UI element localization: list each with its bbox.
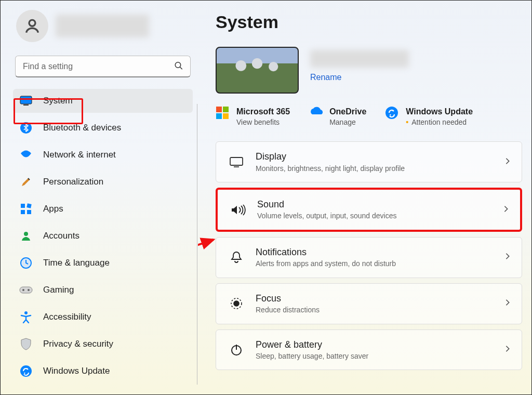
- svg-point-11: [24, 232, 28, 236]
- profile-header[interactable]: [13, 10, 193, 42]
- card-notifications[interactable]: Notifications Alerts from apps and syste…: [216, 237, 522, 278]
- person-icon: [23, 17, 41, 35]
- card-sub: Sleep, battery usage, battery saver: [256, 351, 493, 362]
- svg-rect-19: [223, 107, 229, 112]
- accessibility-icon: [19, 310, 33, 324]
- sidebar-item-label: Apps: [43, 204, 63, 214]
- svg-rect-3: [20, 96, 32, 104]
- svg-rect-13: [20, 287, 32, 293]
- promo-onedrive[interactable]: OneDrive Manage: [309, 106, 366, 127]
- avatar: [16, 10, 48, 42]
- search-input[interactable]: [15, 56, 191, 77]
- sidebar-item-label: Bluetooth & devices: [43, 123, 121, 133]
- sidebar-item-bluetooth[interactable]: Bluetooth & devices: [13, 116, 193, 140]
- promo-title: Microsoft 365: [236, 106, 290, 117]
- card-display[interactable]: Display Monitors, brightness, night ligh…: [216, 141, 522, 182]
- sidebar-item-time-language[interactable]: Time & language: [13, 251, 193, 275]
- promo-microsoft-365[interactable]: Microsoft 365 View benefits: [216, 106, 290, 127]
- sidebar-item-label: Privacy & security: [43, 339, 113, 349]
- sidebar-item-label: System: [43, 96, 73, 106]
- update-icon: [385, 106, 400, 121]
- chevron-right-icon: [504, 157, 511, 167]
- card-title: Display: [256, 150, 493, 163]
- page-title: System: [216, 12, 522, 32]
- promo-title: OneDrive: [329, 106, 366, 117]
- sidebar-item-label: Personalization: [43, 177, 103, 187]
- svg-point-16: [24, 311, 28, 314]
- card-focus[interactable]: Focus Reduce distractions: [216, 283, 522, 324]
- sidebar-nav: System Bluetooth & devices Network & int…: [13, 89, 193, 386]
- accounts-icon: [19, 229, 33, 243]
- bell-icon: [229, 251, 244, 264]
- sidebar-item-label: Accessibility: [43, 312, 91, 322]
- sidebar-item-label: Network & internet: [43, 150, 116, 160]
- shield-icon: [19, 337, 33, 351]
- card-title: Sound: [257, 198, 491, 211]
- promo-windows-update[interactable]: Windows Update Attention needed: [385, 106, 473, 127]
- sidebar-item-privacy[interactable]: Privacy & security: [13, 332, 193, 356]
- card-sub: Monitors, brightness, night light, displ…: [256, 164, 493, 174]
- sidebar-item-label: Windows Update: [43, 366, 110, 376]
- paintbrush-icon: [19, 175, 33, 189]
- chevron-right-icon: [504, 299, 511, 308]
- focus-icon: [229, 297, 244, 310]
- card-sound[interactable]: Sound Volume levels, output, input, soun…: [216, 188, 522, 232]
- svg-point-15: [28, 289, 30, 291]
- card-sub: Alerts from apps and system, do not dist…: [256, 259, 493, 269]
- card-sub: Reduce distractions: [256, 305, 493, 315]
- svg-rect-18: [216, 107, 222, 112]
- gamepad-icon: [19, 283, 33, 297]
- search-icon: [174, 61, 183, 71]
- sidebar-item-label: Accounts: [43, 231, 79, 241]
- search-button[interactable]: [172, 59, 185, 74]
- sidebar-item-system[interactable]: System: [13, 89, 193, 113]
- clock-globe-icon: [19, 256, 33, 270]
- monitor-icon: [229, 156, 244, 168]
- sidebar-item-personalization[interactable]: Personalization: [13, 170, 193, 194]
- promo-sub: View benefits: [236, 117, 290, 127]
- update-icon: [19, 364, 33, 378]
- card-title: Focus: [256, 292, 493, 305]
- svg-point-25: [234, 301, 239, 306]
- svg-rect-20: [216, 113, 222, 119]
- card-title: Notifications: [256, 246, 493, 259]
- power-icon: [229, 343, 244, 357]
- svg-rect-21: [223, 113, 229, 119]
- rename-link[interactable]: Rename: [310, 73, 409, 82]
- sidebar-item-apps[interactable]: Apps: [13, 197, 193, 221]
- microsoft-logo-icon: [216, 106, 230, 121]
- svg-point-14: [22, 289, 24, 291]
- card-power[interactable]: Power & battery Sleep, battery usage, ba…: [216, 330, 522, 371]
- sidebar-item-gaming[interactable]: Gaming: [13, 278, 193, 302]
- svg-rect-5: [23, 104, 29, 106]
- promo-sub: Manage: [329, 117, 366, 127]
- sidebar-item-accessibility[interactable]: Accessibility: [13, 305, 193, 329]
- card-sub: Volume levels, output, input, sound devi…: [257, 211, 491, 221]
- sidebar-item-label: Gaming: [43, 285, 74, 295]
- svg-point-1: [175, 62, 181, 68]
- wifi-icon: [19, 148, 33, 162]
- chevron-right-icon: [502, 205, 510, 215]
- device-name-redacted: [310, 50, 409, 68]
- chevron-right-icon: [504, 253, 511, 262]
- sidebar-item-windows-update[interactable]: Windows Update: [13, 359, 193, 383]
- divider: [197, 104, 197, 385]
- onedrive-icon: [309, 106, 323, 121]
- card-title: Power & battery: [256, 338, 493, 351]
- profile-name-redacted: [56, 15, 149, 37]
- promo-title: Windows Update: [406, 106, 473, 117]
- svg-rect-9: [21, 210, 25, 214]
- chevron-right-icon: [504, 345, 511, 354]
- svg-line-29: [198, 240, 214, 254]
- svg-line-2: [180, 67, 182, 70]
- bluetooth-icon: [19, 121, 33, 135]
- apps-icon: [19, 202, 33, 216]
- system-icon: [19, 94, 33, 108]
- svg-rect-7: [21, 204, 25, 208]
- sidebar-item-accounts[interactable]: Accounts: [13, 224, 193, 248]
- device-wallpaper-thumb[interactable]: [216, 47, 299, 94]
- promo-sub: Attention needed: [406, 117, 473, 127]
- svg-rect-23: [230, 157, 243, 165]
- sidebar-item-label: Time & language: [43, 258, 110, 268]
- sidebar-item-network[interactable]: Network & internet: [13, 143, 193, 167]
